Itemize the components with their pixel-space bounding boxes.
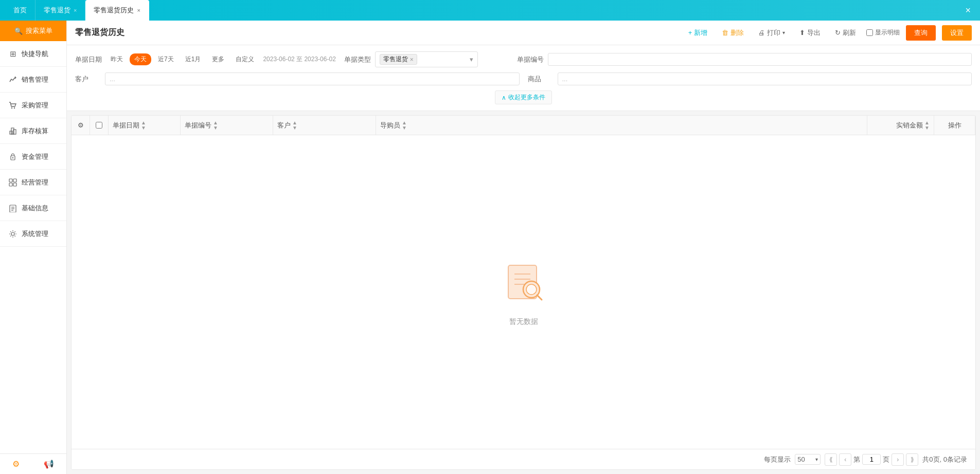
sidebar-item-sales[interactable]: 销售管理: [0, 67, 66, 93]
th-amount[interactable]: 实销金额 ▲▼: [867, 116, 934, 135]
sidebar-item-finance[interactable]: 资金管理: [0, 144, 66, 170]
th-settings[interactable]: ⚙: [72, 116, 90, 135]
table-header: ⚙ 单据日期 ▲▼ 单据编号 ▲▼ 客户 ▲▼ 导购员: [72, 116, 975, 135]
sidebar-item-quick-nav[interactable]: ⊞ 快捷导航: [0, 41, 66, 67]
pagination: 每页显示 50 ▾ ⟪ ‹ 第 页 › ⟫ 共0页, 0条记录: [72, 449, 975, 469]
page-prev-button[interactable]: ‹: [839, 453, 851, 466]
new-button[interactable]: + 新增: [684, 26, 711, 40]
filter-date-buttons: 昨天 今天 近7天 近1月 更多 自定义: [106, 53, 259, 65]
export-icon: ⬆: [799, 29, 805, 37]
collapse-up-icon: ∧: [502, 94, 506, 101]
tab-retail-return-close[interactable]: ×: [74, 7, 77, 13]
print-icon: 🖨: [758, 29, 765, 37]
th-checkbox[interactable]: [90, 116, 109, 135]
th-number[interactable]: 单据编号 ▲▼: [181, 116, 273, 135]
svg-point-21: [526, 284, 537, 295]
header-actions: + 新增 🗑 删除 🖨 打印 ▾ ⬆ 导出 ↻ 刷新: [684, 25, 972, 41]
refresh-button[interactable]: ↻ 刷新: [831, 26, 860, 40]
sidebar-item-operations[interactable]: 经营管理: [0, 170, 66, 195]
window-close-button[interactable]: ×: [961, 5, 975, 16]
sidebar-search[interactable]: 🔍 搜索菜单: [0, 21, 66, 41]
query-button[interactable]: 查询: [906, 25, 936, 41]
page-number-input[interactable]: [862, 454, 881, 465]
refresh-icon: ↻: [835, 29, 841, 37]
page-size-select[interactable]: 50 ▾: [795, 454, 821, 465]
system-icon: [8, 229, 17, 239]
th-date[interactable]: 单据日期 ▲▼: [109, 116, 181, 135]
svg-rect-10: [13, 183, 16, 186]
per-page-label: 每页显示: [764, 455, 791, 464]
empty-state: 暂无数据: [72, 135, 975, 449]
sort-amount-icon[interactable]: ▲▼: [924, 120, 930, 131]
th-op: 操作: [934, 116, 975, 135]
page-title: 零售退货历史: [75, 27, 124, 38]
tab-home[interactable]: 首页: [5, 0, 35, 21]
sidebar-item-basic-info[interactable]: 基础信息: [0, 195, 66, 221]
page-last-button[interactable]: ⟫: [906, 453, 918, 466]
sort-customer-icon[interactable]: ▲▼: [292, 120, 297, 131]
sort-guide-icon[interactable]: ▲▼: [402, 120, 407, 131]
page-unit: 页: [883, 455, 889, 464]
date-btn-7days[interactable]: 近7天: [153, 53, 179, 65]
date-btn-1month[interactable]: 近1月: [181, 53, 206, 65]
basic-info-icon: [8, 204, 17, 213]
filter-area: 单据日期 昨天 今天 近7天 近1月 更多 自定义 2023-06-02 至 2…: [67, 45, 980, 111]
sidebar-item-inventory[interactable]: 库存核算: [0, 118, 66, 144]
sidebar-bottom: ⚙ 📢: [0, 453, 66, 474]
voucher-type-select[interactable]: 零售退货 × ▾: [375, 51, 478, 67]
date-btn-more[interactable]: 更多: [207, 53, 229, 65]
page-first-button[interactable]: ⟪: [825, 453, 837, 466]
customer-input[interactable]: [105, 72, 520, 85]
settings-button[interactable]: 设置: [942, 25, 972, 41]
quick-nav-icon: ⊞: [8, 49, 17, 59]
filter-row-1: 单据日期 昨天 今天 近7天 近1月 更多 自定义 2023-06-02 至 2…: [75, 51, 972, 67]
date-btn-custom[interactable]: 自定义: [231, 53, 259, 65]
collapse-button[interactable]: ∧ 收起更多条件: [495, 90, 552, 104]
page-header: 零售退货历史 + 新增 🗑 删除 🖨 打印 ▾ ⬆ 导出: [67, 21, 980, 45]
voucher-type-tag: 零售退货 ×: [380, 54, 417, 65]
main-layout: 🔍 搜索菜单 ⊞ 快捷导航 销售管理 采购管理: [0, 21, 980, 474]
page-label: 第: [853, 455, 860, 464]
tab-retail-return-history[interactable]: 零售退货历史 ×: [85, 0, 149, 21]
voucher-type-remove-icon[interactable]: ×: [410, 56, 414, 63]
svg-line-22: [537, 295, 542, 300]
th-customer[interactable]: 客户 ▲▼: [273, 116, 376, 135]
svg-point-1: [14, 107, 15, 108]
filter-row-2: 客户 商品: [75, 72, 972, 85]
delete-button[interactable]: 🗑 删除: [718, 26, 748, 40]
svg-point-6: [12, 157, 13, 158]
empty-icon: [498, 258, 549, 309]
page-nav: ⟪ ‹ 第 页 › ⟫: [825, 453, 918, 466]
print-button[interactable]: 🖨 打印 ▾: [754, 26, 789, 40]
th-guide[interactable]: 导购员 ▲▼: [376, 116, 867, 135]
tab-retail-return[interactable]: 零售退货 ×: [35, 0, 85, 21]
filter-voucher-type: 单据类型 零售退货 × ▾: [344, 51, 509, 67]
tab-bar: 首页 零售退货 × 零售退货历史 ×: [5, 0, 961, 21]
volume-bottom-icon[interactable]: 📢: [44, 459, 54, 469]
svg-point-15: [11, 232, 14, 235]
sidebar-item-system[interactable]: 系统管理: [0, 221, 66, 247]
tab-retail-return-history-close[interactable]: ×: [137, 7, 140, 13]
search-icon: 🔍: [14, 27, 23, 35]
voucher-type-chevron: ▾: [470, 56, 473, 63]
show-detail-checkbox[interactable]: 显示明细: [866, 28, 900, 37]
date-btn-yesterday[interactable]: 昨天: [106, 53, 128, 65]
page-next-button[interactable]: ›: [892, 453, 904, 466]
column-settings-icon[interactable]: ⚙: [78, 121, 84, 129]
settings-bottom-icon[interactable]: ⚙: [12, 459, 20, 469]
sales-icon: [8, 75, 17, 84]
select-all-checkbox[interactable]: [96, 122, 102, 129]
show-detail-input[interactable]: [866, 29, 873, 36]
export-button[interactable]: ⬆ 导出: [795, 26, 825, 40]
goods-input[interactable]: [558, 72, 972, 85]
operations-icon: [8, 178, 17, 187]
sort-number-icon[interactable]: ▲▼: [213, 120, 218, 131]
svg-rect-7: [9, 179, 12, 182]
sidebar-item-purchase[interactable]: 采购管理: [0, 93, 66, 118]
print-dropdown-icon: ▾: [782, 30, 785, 35]
sort-date-icon[interactable]: ▲▼: [141, 120, 146, 131]
table-area: ⚙ 单据日期 ▲▼ 单据编号 ▲▼ 客户 ▲▼ 导购员: [71, 115, 976, 470]
voucher-number-input[interactable]: [548, 53, 972, 66]
date-btn-today[interactable]: 今天: [130, 53, 151, 65]
sidebar: 🔍 搜索菜单 ⊞ 快捷导航 销售管理 采购管理: [0, 21, 67, 474]
